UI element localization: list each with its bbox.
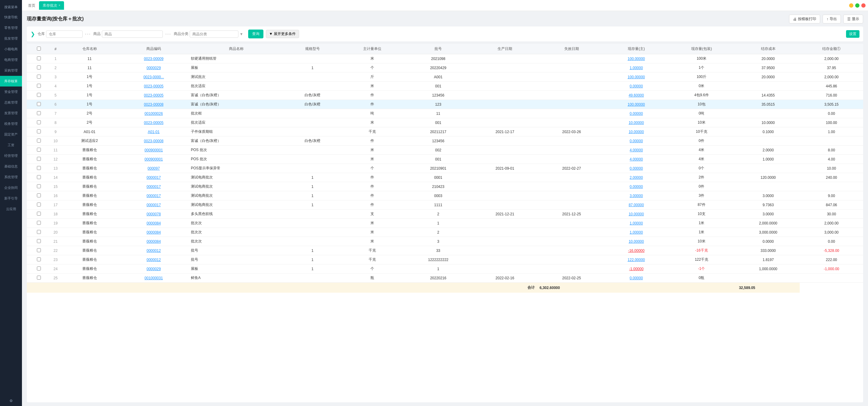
row-checkbox[interactable] [27, 209, 51, 219]
row-checkbox[interactable] [27, 219, 51, 228]
row-checkbox[interactable] [27, 136, 51, 145]
sidebar-item-smallecom[interactable]: 小额电商 [0, 44, 22, 55]
tab-inventory-batch[interactable]: 库存批次 × [39, 1, 64, 10]
row-code[interactable]: 0000084 [119, 237, 188, 246]
row-code[interactable]: 000097 [119, 164, 188, 173]
sidebar-item-retail[interactable]: 零售管理 [0, 23, 22, 33]
sidebar-item-operations[interactable]: 经营管理 [0, 150, 22, 161]
close-button[interactable] [861, 3, 866, 8]
row-code[interactable]: 0000012 [119, 246, 188, 255]
print-button[interactable]: 🖨 按模板打印 [789, 14, 820, 24]
row-qtymain[interactable]: 1.00000 [606, 228, 667, 237]
row-checkbox[interactable] [27, 145, 51, 155]
row-qtymain[interactable]: 10.00000 [606, 237, 667, 246]
row-checkbox[interactable] [27, 228, 51, 237]
row-checkbox[interactable] [27, 109, 51, 118]
export-button[interactable]: ↑ 导出 [823, 14, 841, 24]
row-code[interactable]: 0000017 [119, 173, 188, 182]
row-code[interactable]: A01-01 [119, 127, 188, 136]
row-code[interactable]: 0000017 [119, 200, 188, 209]
row-checkbox[interactable] [27, 118, 51, 127]
row-code[interactable]: 0000029 [119, 264, 188, 273]
row-code[interactable]: 0023-00005 [119, 118, 188, 127]
sidebar-item-ecom[interactable]: 电商管理 [0, 55, 22, 65]
row-code[interactable]: 0000084 [119, 219, 188, 228]
row-qtymain[interactable]: 0.00000 [606, 136, 667, 145]
sidebar-item-tax[interactable]: 税务管理 [0, 119, 22, 129]
display-button[interactable]: ☰ 显示 [843, 14, 863, 24]
sidebar-item-invoice[interactable]: 发票管理 [0, 108, 22, 119]
row-checkbox[interactable] [27, 155, 51, 164]
row-checkbox[interactable] [27, 191, 51, 200]
row-code[interactable]: 0000078 [119, 209, 188, 219]
row-code[interactable]: 0023-00009 [119, 54, 188, 63]
row-qtymain[interactable]: 3.00000 [606, 191, 667, 200]
row-qtymain[interactable]: 10.00000 [606, 209, 667, 219]
row-qtymain[interactable]: 1.00000 [606, 63, 667, 72]
row-qtymain[interactable]: 0.00000 [606, 109, 667, 118]
sidebar-item-assets[interactable]: 固定资产 [0, 129, 22, 140]
row-code[interactable]: 001000031 [119, 273, 188, 283]
row-checkbox[interactable] [27, 81, 51, 91]
sidebar-item-collab[interactable]: 企业协同 [0, 182, 22, 193]
maximize-button[interactable] [855, 3, 860, 8]
minimize-button[interactable] [849, 3, 854, 8]
row-qtymain[interactable]: 49.60000 [606, 91, 667, 100]
sidebar-item-purchase[interactable]: 采购管理 [0, 65, 22, 76]
query-button[interactable]: 查询 [248, 30, 264, 38]
sidebar-item-guide[interactable]: 新手引导 [0, 193, 22, 204]
row-code[interactable]: 000900001 [119, 145, 188, 155]
tab-home[interactable]: 首页 [24, 1, 39, 10]
row-qtymain[interactable]: 0.00000 [606, 164, 667, 173]
sidebar-item-wholesale[interactable]: 批发管理 [0, 33, 22, 44]
row-checkbox[interactable] [27, 100, 51, 109]
row-qtymain[interactable]: 0.00000 [606, 81, 667, 91]
row-qtymain[interactable]: 0.00000 [606, 273, 667, 283]
row-code[interactable]: 0023-00008 [119, 100, 188, 109]
row-qtymain[interactable]: 2.00000 [606, 173, 667, 182]
sidebar-item-cloud[interactable]: 云应用 [0, 204, 22, 214]
row-qtymain[interactable]: 10.00000 [606, 118, 667, 127]
settings-gear-icon[interactable]: ⚙ [0, 396, 22, 406]
row-code[interactable]: 0023-0000... [119, 72, 188, 81]
tab-close-icon[interactable]: × [59, 1, 60, 10]
row-checkbox[interactable] [27, 273, 51, 283]
product-input[interactable] [102, 30, 163, 38]
row-qtymain[interactable]: 100.00000 [606, 54, 667, 63]
row-code[interactable]: 0000084 [119, 228, 188, 237]
row-code[interactable]: 001000026 [119, 109, 188, 118]
sidebar-item-quicknav[interactable]: 快捷导航 [0, 12, 22, 23]
row-code[interactable]: 0000017 [119, 191, 188, 200]
expand-conditions-button[interactable]: ▼ 展开更多条件 [266, 30, 299, 38]
row-qtymain[interactable]: -1.00000 [606, 264, 667, 273]
row-checkbox[interactable] [27, 200, 51, 209]
row-qtymain[interactable]: 100.00000 [606, 100, 667, 109]
row-checkbox[interactable] [27, 91, 51, 100]
row-code[interactable]: 0000017 [119, 182, 188, 191]
filter-expand-arrow[interactable]: ❯ [30, 31, 35, 37]
row-checkbox[interactable] [27, 63, 51, 72]
row-qtymain[interactable]: -16.00000 [606, 246, 667, 255]
settings-button[interactable]: 设置 [846, 30, 860, 38]
row-qtymain[interactable]: 0.00000 [606, 182, 667, 191]
row-qtymain[interactable]: 10.00000 [606, 127, 667, 136]
row-code[interactable]: 000900001 [119, 155, 188, 164]
sidebar-item-ledger[interactable]: 总账管理 [0, 97, 22, 108]
row-checkbox[interactable] [27, 127, 51, 136]
sidebar-search[interactable]: 搜索菜单 [0, 2, 22, 12]
sidebar-item-finance[interactable]: 资金管理 [0, 87, 22, 97]
category-input[interactable] [190, 30, 239, 38]
category-dropdown-icon[interactable]: ▼ [240, 32, 243, 36]
row-qtymain[interactable]: 4.00000 [606, 145, 667, 155]
row-checkbox[interactable] [27, 72, 51, 81]
row-code[interactable]: 0000029 [119, 63, 188, 72]
row-checkbox[interactable] [27, 173, 51, 182]
row-checkbox[interactable] [27, 237, 51, 246]
sidebar-item-basic[interactable]: 基础信息 [0, 161, 22, 172]
col-header-checkbox[interactable] [27, 44, 51, 54]
row-qtymain[interactable]: 122.00000 [606, 255, 667, 264]
select-all-checkbox[interactable] [37, 46, 41, 50]
sidebar-item-system[interactable]: 系统管理 [0, 172, 22, 182]
row-qtymain[interactable]: 100.00000 [606, 72, 667, 81]
sidebar-item-inventory[interactable]: 库存核算 [0, 76, 22, 87]
